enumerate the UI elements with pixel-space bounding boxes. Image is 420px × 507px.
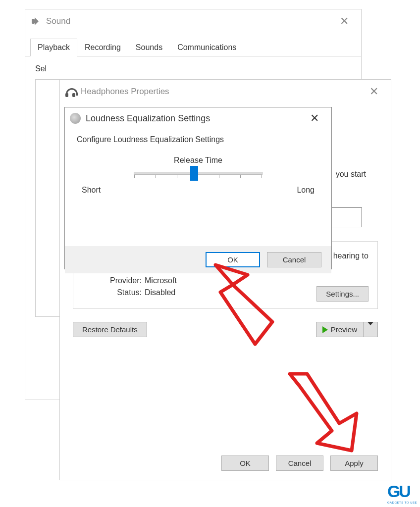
close-icon[interactable]: ✕	[303, 112, 326, 125]
preview-split-button[interactable]: Preview	[316, 322, 378, 337]
watermark-logo: GU GADGETS TO USE	[387, 482, 417, 504]
playback-instruction: Sel	[35, 64, 351, 73]
loudness-title: Loudness Equalization Settings	[86, 113, 210, 124]
preview-button-main[interactable]: Preview	[316, 322, 364, 337]
loudness-icon	[70, 113, 81, 124]
tab-playback[interactable]: Playback	[30, 39, 77, 56]
preview-label: Preview	[331, 325, 357, 334]
watermark-text: GU	[387, 482, 410, 501]
apply-button[interactable]: Apply	[330, 456, 378, 471]
cancel-button[interactable]: Cancel	[276, 456, 323, 471]
cancel-button[interactable]: Cancel	[267, 252, 321, 267]
provider-label: Provider:	[82, 276, 142, 285]
speaker-icon	[30, 16, 41, 27]
slider-max-label: Long	[297, 186, 315, 195]
provider-value: Microsoft	[145, 276, 368, 285]
tab-recording[interactable]: Recording	[77, 39, 128, 56]
sound-tabs: Playback Recording Sounds Communications	[25, 33, 361, 56]
slider-end-labels: Short Long	[82, 186, 315, 195]
ok-button[interactable]: OK	[221, 456, 269, 471]
chevron-down-icon	[368, 322, 373, 334]
slider-min-label: Short	[82, 186, 101, 195]
release-time-slider[interactable]	[134, 172, 262, 175]
loudness-equalization-dialog: Loudness Equalization Settings ✕ Configu…	[64, 107, 332, 269]
restore-preview-row: Restore Defaults Preview	[73, 322, 378, 337]
dialog-action-row: OK Cancel Apply	[73, 441, 378, 471]
close-icon[interactable]: ✕	[362, 85, 386, 98]
tab-sounds[interactable]: Sounds	[128, 39, 170, 56]
release-time-label: Release Time	[77, 156, 319, 165]
config-text-fragment: you start	[336, 170, 366, 179]
ok-button[interactable]: OK	[206, 252, 260, 267]
restore-defaults-button[interactable]: Restore Defaults	[73, 322, 147, 337]
headphones-titlebar: Headphones Properties ✕	[60, 80, 391, 103]
headphones-title: Headphones Properties	[81, 87, 169, 97]
tab-communications[interactable]: Communications	[170, 39, 244, 56]
slider-thumb[interactable]	[190, 166, 198, 181]
loudness-subtitle: Configure Loudness Equalization Settings	[77, 135, 319, 144]
loudness-titlebar: Loudness Equalization Settings ✕	[65, 107, 331, 129]
sound-title: Sound	[46, 16, 70, 26]
play-icon	[322, 326, 328, 333]
close-icon[interactable]: ✕	[332, 15, 356, 28]
headphones-icon	[65, 86, 76, 97]
sound-titlebar: Sound ✕	[25, 9, 361, 33]
preview-dropdown[interactable]	[364, 322, 377, 337]
watermark-subtext: GADGETS TO USE	[387, 501, 417, 504]
loudness-action-row: OK Cancel	[65, 246, 331, 273]
loudness-body: Configure Loudness Equalization Settings…	[65, 129, 331, 246]
settings-button[interactable]: Settings...	[316, 286, 368, 302]
status-label: Status:	[82, 288, 142, 297]
